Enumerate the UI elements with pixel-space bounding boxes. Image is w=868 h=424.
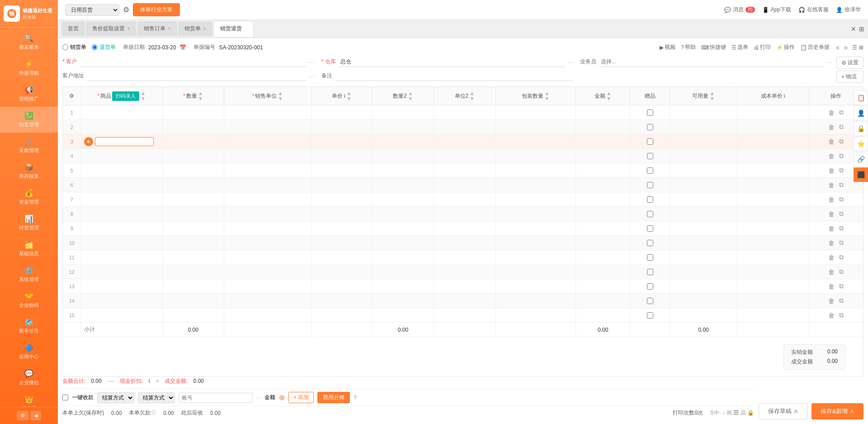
tab-sales-order[interactable]: 销售订单 × bbox=[137, 21, 177, 36]
customer-dots[interactable]: ··· bbox=[309, 58, 314, 66]
gift-checkbox-12[interactable] bbox=[647, 269, 653, 275]
save-draft-btn[interactable]: 保存草稿 ∧ bbox=[759, 403, 808, 419]
row-13-delete-btn[interactable]: 🗑 bbox=[827, 281, 835, 291]
row-8-available[interactable] bbox=[670, 207, 737, 221]
calc-info-icon[interactable]: ℹ bbox=[148, 378, 151, 384]
row-13-sales-unit[interactable] bbox=[224, 279, 311, 294]
row-7-qty[interactable] bbox=[162, 192, 224, 207]
row-2-qty2[interactable] bbox=[372, 120, 434, 134]
row-9-gift[interactable] bbox=[630, 221, 670, 236]
row-4-delete-btn[interactable]: 🗑 bbox=[827, 151, 835, 161]
row-10-gift[interactable] bbox=[630, 236, 670, 250]
row-1-sales-unit[interactable] bbox=[224, 105, 311, 120]
row-10-cost-price[interactable] bbox=[737, 236, 809, 250]
right-panel-lock-btn[interactable]: 🔒 bbox=[854, 121, 868, 136]
sidebar-item-wechat[interactable]: 💬 企业微信 bbox=[0, 365, 58, 391]
row-8-qty[interactable] bbox=[162, 207, 224, 221]
row-5-amount[interactable] bbox=[576, 163, 630, 178]
row-5-product[interactable] bbox=[81, 163, 162, 178]
maximize-window-btn[interactable]: ⊞ bbox=[859, 25, 864, 33]
right-panel-note-btn[interactable]: 📋 bbox=[854, 91, 868, 105]
gear-icon[interactable]: ⚙ bbox=[123, 5, 129, 14]
row-6-unit2[interactable] bbox=[434, 178, 495, 192]
row-11-copy-btn[interactable]: ⧉ bbox=[838, 252, 844, 262]
qty-sort-icon[interactable]: ▲▼ bbox=[198, 91, 203, 101]
row-11-unit-price[interactable] bbox=[311, 250, 373, 265]
row-13-product[interactable] bbox=[81, 279, 162, 294]
right-panel-star-btn[interactable]: ⭐ bbox=[854, 137, 868, 151]
row-13-unit-price[interactable] bbox=[311, 279, 373, 294]
app-download-btn[interactable]: 📱 App下载 bbox=[762, 6, 791, 14]
row-7-cost-price[interactable] bbox=[737, 192, 809, 207]
row-11-sales-unit[interactable] bbox=[224, 250, 311, 265]
row-10-amount[interactable] bbox=[576, 236, 630, 250]
sidebar-item-shortcuts[interactable]: ⚡ 快捷导航 bbox=[0, 55, 58, 81]
row-4-available[interactable] bbox=[670, 149, 737, 163]
row-14-unit-price[interactable] bbox=[311, 294, 373, 308]
gift-checkbox-2[interactable] bbox=[647, 124, 653, 130]
sidebar-item-enterprise[interactable]: 🤝 企业协同 bbox=[0, 287, 58, 313]
add-row-btn[interactable]: + bbox=[84, 137, 93, 146]
row-15-qty[interactable] bbox=[162, 308, 224, 323]
sidebar-item-member[interactable]: 👑 畅会员 bbox=[0, 391, 58, 407]
sidebar-item-search[interactable]: 🔍 搜索菜单 bbox=[0, 29, 58, 55]
available-sort-icon[interactable]: ▲▼ bbox=[709, 91, 715, 101]
sidebar-item-guide[interactable]: 🗺️ 新手引导 bbox=[0, 313, 58, 339]
row-1-gift[interactable] bbox=[630, 105, 670, 120]
row-2-available[interactable] bbox=[670, 120, 737, 134]
row-6-cost-price[interactable] bbox=[737, 178, 809, 192]
gift-checkbox-3[interactable] bbox=[647, 138, 653, 145]
row-14-amount[interactable] bbox=[576, 294, 630, 308]
row-3-cost-price[interactable] bbox=[737, 134, 809, 149]
row-10-available[interactable] bbox=[670, 236, 737, 250]
row-4-sales-unit[interactable] bbox=[224, 149, 311, 163]
row-1-available[interactable] bbox=[670, 105, 737, 120]
address-input[interactable] bbox=[87, 71, 306, 81]
row-14-unit2[interactable] bbox=[434, 294, 495, 308]
row-7-sales-unit[interactable] bbox=[224, 192, 311, 207]
row-5-copy-btn[interactable]: ⧉ bbox=[838, 166, 844, 175]
unit-price-info-icon[interactable]: ℹ bbox=[344, 93, 345, 99]
row-15-sales-unit[interactable] bbox=[224, 308, 311, 323]
row-6-amount[interactable] bbox=[576, 178, 630, 192]
add-payment-btn[interactable]: + 添加 bbox=[288, 392, 314, 403]
logistics-btn[interactable]: + 物流 bbox=[836, 71, 863, 83]
row-1-amount[interactable] bbox=[576, 105, 630, 120]
row-10-copy-btn[interactable]: ⧉ bbox=[838, 238, 844, 248]
gift-checkbox-1[interactable] bbox=[647, 110, 653, 116]
row-15-cost-price[interactable] bbox=[737, 308, 809, 323]
row-14-gift[interactable] bbox=[630, 294, 670, 308]
row-13-pack-qty[interactable] bbox=[495, 279, 576, 294]
row-5-sales-unit[interactable] bbox=[224, 163, 311, 178]
row-5-unit2[interactable] bbox=[434, 163, 495, 178]
row-14-delete-btn[interactable]: 🗑 bbox=[827, 296, 835, 305]
row-2-unit-price[interactable] bbox=[311, 120, 373, 134]
pack-qty-sort-icon[interactable]: ▲▼ bbox=[544, 91, 550, 101]
row-9-qty2[interactable] bbox=[372, 221, 434, 236]
row-6-product[interactable] bbox=[81, 178, 162, 192]
sidebar-item-base[interactable]: 🗂️ 基础信息 bbox=[0, 236, 58, 262]
row-4-product[interactable] bbox=[81, 149, 162, 163]
gift-checkbox-9[interactable] bbox=[647, 225, 653, 232]
row-3-available[interactable] bbox=[670, 134, 737, 149]
row-4-unit-price[interactable] bbox=[311, 149, 373, 163]
warehouse-input[interactable] bbox=[339, 57, 565, 67]
settlement-method-select[interactable]: 结算方式 bbox=[97, 392, 134, 403]
row-14-qty[interactable] bbox=[162, 294, 224, 308]
row-2-amount[interactable] bbox=[576, 120, 630, 134]
gift-checkbox-8[interactable] bbox=[647, 211, 653, 217]
radio-return[interactable]: 退货单 bbox=[92, 43, 116, 51]
row-9-product[interactable] bbox=[81, 221, 162, 236]
row-14-qty2[interactable] bbox=[372, 294, 434, 308]
help-btn[interactable]: ? 帮助 bbox=[679, 43, 698, 52]
tab-home[interactable]: 首页 bbox=[61, 21, 85, 36]
row-8-sales-unit[interactable] bbox=[224, 207, 311, 221]
row-9-unit-price[interactable] bbox=[311, 221, 373, 236]
row-5-qty[interactable] bbox=[162, 163, 224, 178]
sidebar-settings-btn[interactable]: ⚙ bbox=[17, 411, 28, 420]
row-9-amount[interactable] bbox=[576, 221, 630, 236]
customer-input[interactable] bbox=[80, 57, 306, 67]
row-11-amount[interactable] bbox=[576, 250, 630, 265]
operations-btn[interactable]: ⚡ 操作 bbox=[774, 43, 797, 52]
row-1-unit-price[interactable] bbox=[311, 105, 373, 120]
